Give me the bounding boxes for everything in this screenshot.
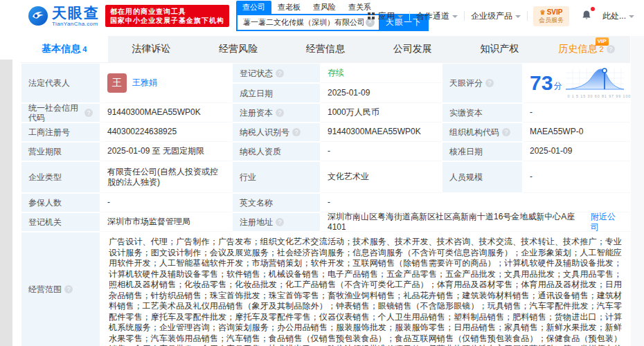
reg-address-value: 深圳市南山区粤海街道高新区社区高新南十道16号金地威新中心A座4101 附近公司 bbox=[321, 212, 630, 232]
industry-value: 文化艺术业 bbox=[321, 161, 442, 193]
company-type-value: 有限责任公司(自然人投资或控股的法人独资) bbox=[100, 161, 232, 193]
menu-partner[interactable]: 合作通道 bbox=[410, 10, 464, 22]
credit-code-value: 91440300MAEA55WP0K bbox=[100, 103, 232, 122]
paid-capital-value: - bbox=[523, 103, 630, 122]
score-cell[interactable]: 73 分 0 1 5 15 30 60 bbox=[523, 63, 630, 103]
taxpayer-id-value: 91440300MAEA55WP0K bbox=[321, 122, 442, 142]
reg-capital-value: 1000万人民币 bbox=[321, 103, 442, 122]
tab-operating-risk[interactable]: 经营风险 bbox=[195, 36, 282, 62]
crown-icon: ♛ bbox=[540, 9, 546, 16]
staff-size-label: 人员规模 bbox=[442, 161, 523, 193]
tab-history-info[interactable]: VIP 历史信息 2 bbox=[543, 36, 630, 62]
tab-legal[interactable]: 法律诉讼 bbox=[108, 36, 195, 62]
page-right-gutter bbox=[631, 36, 644, 346]
help-icon[interactable] bbox=[276, 218, 284, 226]
tab-intellectual-property[interactable]: 知识产权 bbox=[456, 36, 544, 62]
tab-basic-info[interactable]: 基本信息 4 bbox=[21, 36, 108, 62]
app-grid-icon bbox=[368, 12, 370, 15]
company-info-table: 法定代表人 王 王雅娟 登记状态 存续 成立日期 2025-01-09 天眼评分… bbox=[21, 62, 630, 346]
business-term-value: 2025-01-09 至 无固定期限 bbox=[100, 142, 232, 161]
legal-rep-link[interactable]: 王雅娟 bbox=[132, 78, 157, 88]
score-unit: 分 bbox=[553, 80, 562, 92]
reg-address-label: 注册地址 bbox=[232, 212, 321, 232]
search-tab-risk[interactable]: 查风险 bbox=[307, 1, 342, 14]
help-icon[interactable] bbox=[64, 285, 73, 293]
chevron-down-icon bbox=[397, 15, 403, 18]
reg-authority-label: 登记机关 bbox=[21, 212, 100, 232]
reg-authority-value: 深圳市市场监督管理局 bbox=[100, 212, 232, 232]
paid-capital-label: 实缴资本 bbox=[442, 103, 523, 122]
menu-apps[interactable]: 应用 bbox=[361, 10, 409, 22]
tianyancha-logo-icon bbox=[28, 6, 48, 26]
history-count: 2 bbox=[600, 45, 604, 53]
help-icon[interactable] bbox=[276, 109, 284, 117]
bell-icon bbox=[581, 10, 592, 21]
vip-badge: VIP bbox=[596, 37, 609, 46]
score-axis-ticks: 0 1 5 15 30 60 81 97 99 100 bbox=[568, 94, 623, 98]
establish-date-value: 2025-01-09 bbox=[321, 83, 442, 103]
help-icon[interactable] bbox=[292, 128, 301, 136]
industry-label: 行业 bbox=[232, 161, 321, 193]
score-value: 73 bbox=[530, 73, 553, 93]
approval-date-label: 核准日期 bbox=[442, 142, 523, 161]
avatar[interactable]: 王 bbox=[107, 73, 127, 93]
business-term-label: 营业期限 bbox=[21, 142, 100, 161]
svip-membership-button[interactable]: ♛SVIP 会员服务 bbox=[533, 6, 569, 26]
english-name-label: 英文名称 bbox=[232, 193, 321, 212]
brand-domain: TianYanCha.com bbox=[52, 21, 100, 27]
reg-number-label: 工商注册号 bbox=[21, 122, 100, 142]
score-label: 天眼评分 bbox=[442, 63, 523, 103]
business-scope-label: 经营范围 bbox=[21, 232, 100, 346]
taxpayer-quality-label: 纳税人资质 bbox=[232, 142, 321, 161]
search-tab-boss[interactable]: 查老板 bbox=[271, 1, 307, 14]
reg-capital-label: 注册资本 bbox=[232, 103, 321, 122]
help-icon[interactable] bbox=[276, 69, 284, 78]
divider bbox=[527, 11, 528, 21]
credit-code-label: 统一社会信用代码 bbox=[21, 103, 100, 122]
org-code-label: 组织机构代码 bbox=[442, 122, 523, 142]
staff-size-value: - bbox=[523, 161, 630, 193]
logo[interactable]: 天眼查 TianYanCha.com bbox=[28, 6, 100, 27]
nearby-companies-link[interactable]: 附近公司 bbox=[591, 212, 623, 233]
promo-banner: 都在用的商业查询工具 国家中小企业发展子基金旗下机构 bbox=[105, 5, 229, 27]
brand-name: 天眼查 bbox=[52, 6, 100, 20]
taxpayer-id-label: 纳税人识别号 bbox=[232, 122, 321, 142]
chevron-down-icon bbox=[452, 15, 458, 18]
banner-line2: 国家中小企业发展子基金旗下机构 bbox=[110, 16, 224, 25]
search-input[interactable] bbox=[236, 14, 379, 31]
tianyancha-company-page: 天眼查 TianYanCha.com 都在用的商业查询工具 国家中小企业发展子基… bbox=[0, 0, 644, 346]
establish-date-label: 成立日期 bbox=[232, 83, 321, 103]
score-distribution-chart: 0 1 5 15 30 60 81 97 99 100 bbox=[564, 67, 625, 98]
org-code-value: MAEA55WP-0 bbox=[523, 122, 630, 142]
company-type-label: 企业类型 bbox=[21, 161, 100, 193]
chevron-down-icon bbox=[515, 15, 521, 18]
page-left-gutter bbox=[0, 60, 12, 346]
insured-count-value: - bbox=[100, 193, 232, 212]
reg-number-value: 440300224638925 bbox=[100, 122, 232, 142]
help-icon[interactable] bbox=[485, 79, 494, 87]
tab-company-development[interactable]: 公司发展 bbox=[369, 36, 456, 62]
taxpayer-quality-value: - bbox=[321, 142, 442, 161]
search-tab-company[interactable]: 查公司 bbox=[236, 1, 271, 14]
help-icon[interactable] bbox=[84, 109, 93, 117]
reg-status-label: 登记状态 bbox=[232, 63, 321, 83]
approval-date-value: 2025-01-09 bbox=[523, 142, 630, 161]
basic-info-count: 4 bbox=[82, 45, 87, 53]
reg-status-value: 存续 bbox=[321, 63, 442, 83]
header: 天眼查 TianYanCha.com 都在用的商业查询工具 国家中小企业发展子基… bbox=[0, 0, 644, 32]
header-menu: 应用 合作通道 企业级产品 ♛SVIP 会员服务 bbox=[361, 0, 638, 32]
english-name-value: - bbox=[321, 193, 630, 212]
insured-count-label: 参保人数 bbox=[21, 193, 100, 212]
legal-rep-cell: 王 王雅娟 bbox=[100, 63, 232, 103]
notifications-button[interactable] bbox=[575, 10, 598, 23]
help-icon[interactable] bbox=[502, 128, 510, 136]
legal-rep-label: 法定代表人 bbox=[21, 63, 100, 103]
notification-dot bbox=[591, 7, 595, 11]
menu-enterprise[interactable]: 企业级产品 bbox=[465, 10, 527, 22]
user-menu[interactable]: 此处... bbox=[598, 10, 638, 22]
tab-operating-info[interactable]: 经营信息 bbox=[282, 36, 369, 62]
chevron-down-icon bbox=[629, 15, 634, 18]
banner-line1: 都在用的商业查询工具 bbox=[110, 7, 224, 16]
help-icon[interactable] bbox=[607, 45, 615, 53]
business-scope-value: 广告设计、代理；广告制作；广告发布；组织文化艺术交流活动；技术服务、技术开发、技… bbox=[100, 232, 630, 346]
